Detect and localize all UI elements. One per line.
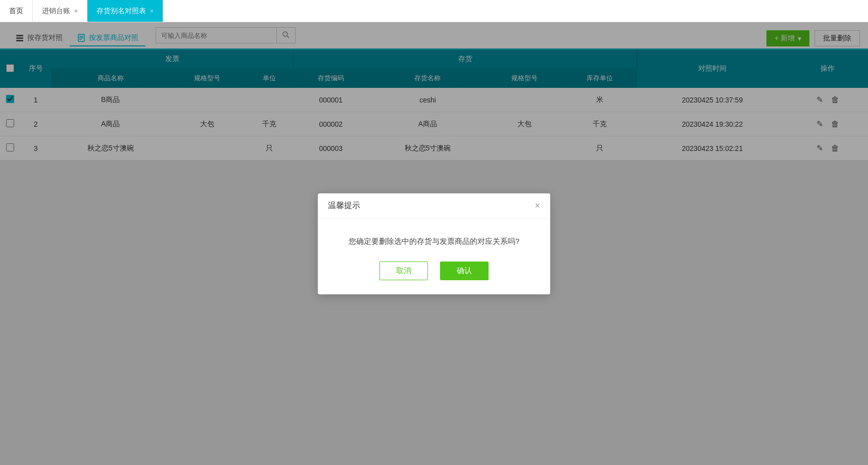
tab-bar: 首页 进销台账 × 存货别名对照表 × [0, 0, 868, 22]
modal-message: 您确定要删除选中的存货与发票商品的对应关系吗? [349, 237, 519, 245]
modal-title: 温馨提示 [328, 200, 360, 211]
tab-inventory-alias-close[interactable]: × [150, 8, 154, 15]
tab-inventory-alias-label: 存货别名对照表 [97, 7, 146, 16]
modal-footer: 取消 确认 [318, 262, 550, 294]
tab-journal[interactable]: 进销台账 × [33, 0, 87, 22]
tab-journal-close[interactable]: × [74, 8, 78, 15]
modal-header: 温馨提示 × [318, 193, 550, 219]
confirm-modal: 温馨提示 × 您确定要删除选中的存货与发票商品的对应关系吗? 取消 确认 [318, 193, 550, 294]
tab-inventory-alias[interactable]: 存货别名对照表 × [87, 0, 163, 22]
modal-overlay: 温馨提示 × 您确定要删除选中的存货与发票商品的对应关系吗? 取消 确认 [0, 22, 868, 465]
modal-close-button[interactable]: × [535, 200, 540, 211]
modal-cancel-button[interactable]: 取消 [379, 262, 428, 280]
modal-confirm-button[interactable]: 确认 [440, 262, 489, 280]
modal-body: 您确定要删除选中的存货与发票商品的对应关系吗? [318, 219, 550, 262]
content-area: 按存货对照 按发票商品对照 + 新增 ▾ 批量删除 [0, 22, 868, 465]
tab-journal-label: 进销台账 [42, 7, 70, 16]
tab-home[interactable]: 首页 [0, 0, 33, 22]
tab-home-label: 首页 [9, 7, 23, 16]
